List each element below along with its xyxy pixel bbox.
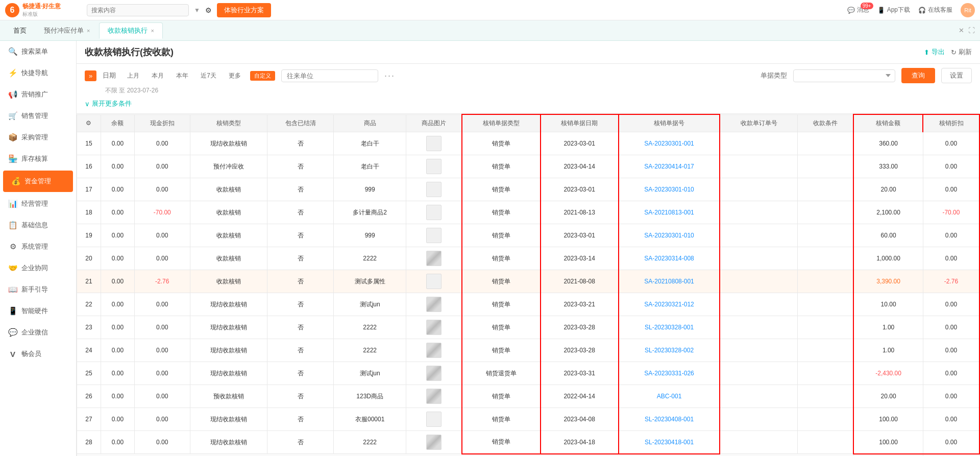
table-row: 280.000.00现结收款核销否2222销货单2023-04-18SL-202… — [77, 431, 980, 454]
gear-icon[interactable]: ⚙ — [205, 6, 212, 14]
sidebar-item-system[interactable]: ⚙ 系统管理 — [0, 236, 76, 257]
sidebar-label-sales: 销售管理 — [21, 111, 48, 121]
tab-prepay[interactable]: 预付冲应付单 × — [36, 23, 98, 38]
unit-dots: ··· — [384, 70, 395, 81]
table-row: 170.000.00收款核销否999销货单2023-03-01SA-202303… — [77, 178, 980, 201]
sidebar-label-guide: 新手引导 — [21, 285, 48, 294]
table-row: 190.000.00收款核销否999销货单2023-03-01SA-202303… — [77, 224, 980, 247]
bill-no-link[interactable]: SA-20210813-001 — [644, 209, 694, 216]
sidebar-item-wechat[interactable]: 💬 企业微信 — [0, 322, 76, 343]
sidebar-label-wechat: 企业微信 — [21, 328, 48, 337]
sidebar-item-member[interactable]: V 畅会员 — [0, 343, 76, 365]
date-cur-month[interactable]: 本月 — [149, 70, 167, 81]
avatar[interactable]: Rit — [961, 3, 975, 17]
th-verify-bill-date: 核销单据日期 — [541, 114, 619, 132]
footer-verify-discount: 952.24 — [923, 454, 979, 457]
table-row: 270.000.00现结收款核销否衣服00001销货单2023-04-08SL-… — [77, 408, 980, 431]
service-icon: 🎧 — [918, 7, 926, 14]
goods-img-cell — [406, 385, 462, 408]
date-7days[interactable]: 近7天 — [198, 70, 219, 81]
finance-icon: 💰 — [11, 177, 20, 186]
sidebar-item-collab[interactable]: 🤝 企业协同 — [0, 257, 76, 279]
app-icon: 📱 — [877, 7, 885, 14]
export-button[interactable]: ⬆ 导出 — [924, 47, 945, 57]
th-receipt-order-no: 收款单订单号 — [720, 114, 797, 132]
bill-no-link[interactable]: SA-20230314-008 — [644, 255, 694, 262]
filter-row-date-range: 不限 至 2023-07-26 — [85, 86, 972, 95]
sidebar-item-basic[interactable]: 📋 基础信息 — [0, 214, 76, 236]
bill-no-link[interactable]: SA-20230321-012 — [644, 301, 694, 308]
guide-icon: 📖 — [8, 285, 17, 294]
unit-input[interactable] — [281, 69, 378, 82]
th-verify-bill-type: 核销单据类型 — [462, 114, 540, 132]
setting-button[interactable]: 设置 — [941, 68, 972, 83]
sidebar-item-marketing[interactable]: 📢 营销推广 — [0, 84, 76, 105]
sidebar-item-inventory[interactable]: 🏪 库存核算 — [0, 148, 76, 170]
goods-img-cell — [406, 132, 462, 155]
bill-no-link[interactable]: SA-20230301-010 — [644, 186, 694, 193]
close-icon-2[interactable]: × — [151, 28, 154, 34]
date-more[interactable]: 更多 — [226, 70, 244, 81]
bill-no-link[interactable]: SL-20230328-002 — [645, 347, 694, 354]
sidebar-item-sales[interactable]: 🛒 销售管理 — [0, 105, 76, 127]
th-verify-bill-no: 核销单据号 — [619, 114, 720, 132]
sidebar-label-finance: 资金管理 — [24, 177, 51, 186]
sidebar-item-operations[interactable]: 📊 经营管理 — [0, 193, 76, 214]
date-custom-btn[interactable]: 自定义 — [250, 71, 275, 81]
table-row: 180.00-70.00收款核销否多计量商品2销货单2021-08-13SA-2… — [77, 201, 980, 224]
sidebar-label-hardware: 智能硬件 — [21, 306, 48, 316]
goods-img-cell — [406, 408, 462, 431]
bill-no-link[interactable]: SA-20230414-017 — [644, 163, 694, 170]
table-row: 200.000.00收款核销否2222销货单2023-03-14SA-20230… — [77, 247, 980, 270]
sidebar-item-guide[interactable]: 📖 新手引导 — [0, 279, 76, 300]
user-label: Rit — [964, 7, 971, 13]
search-input[interactable] — [87, 4, 189, 16]
sidebar-item-quick[interactable]: ⚡ 快捷导航 — [0, 62, 76, 84]
main-layout: 🔍 搜索菜单 ⚡ 快捷导航 📢 营销推广 🛒 销售管理 📦 采购管理 🏪 库存核… — [0, 41, 980, 456]
table-footer-row: 40,556,66... 952.24 — [77, 454, 980, 457]
date-prev-month[interactable]: 上月 — [124, 70, 142, 81]
window-maximize-icon[interactable]: ⛶ — [968, 27, 975, 34]
industry-button[interactable]: 体验行业方案 — [217, 3, 271, 17]
th-gear[interactable]: ⚙ — [77, 114, 101, 132]
goods-img-cell — [406, 316, 462, 339]
bill-no-link[interactable]: SA-20230331-026 — [644, 370, 694, 377]
expand-arrow-btn[interactable]: » — [85, 70, 96, 81]
expand-more-btn[interactable]: ∨ 展开更多条件 — [85, 99, 972, 108]
tab-verify[interactable]: 收款核销执行 × — [99, 22, 162, 39]
table-row: 230.000.00现结收款核销否2222销货单2023-03-28SL-202… — [77, 316, 980, 339]
bill-no-link[interactable]: SA-20210808-001 — [644, 278, 694, 285]
sidebar-item-hardware[interactable]: 📱 智能硬件 — [0, 300, 76, 322]
goods-img-cell — [406, 362, 462, 385]
bill-no-link[interactable]: SA-20230301-010 — [644, 232, 694, 239]
message-icon-item[interactable]: 💬 消息 99+ — [847, 6, 869, 14]
goods-img-cell — [406, 178, 462, 201]
bill-no-link[interactable]: ABC-001 — [657, 393, 682, 400]
chevron-down-icon: ∨ — [85, 100, 90, 108]
app-subtitle: 标准版 — [22, 11, 61, 18]
date-cur-year[interactable]: 本年 — [173, 70, 191, 81]
home-label: 首页 — [13, 26, 27, 35]
goods-img-cell — [406, 247, 462, 270]
sidebar-item-finance[interactable]: 💰 资金管理 — [3, 171, 73, 192]
sidebar-item-search[interactable]: 🔍 搜索菜单 — [0, 41, 76, 62]
table-row: 250.000.00现结收款核销否测试jun销货退货单2023-03-31SA-… — [77, 362, 980, 385]
search-bar[interactable] — [87, 4, 189, 16]
window-close-icon[interactable]: ✕ — [959, 27, 964, 34]
tab-home[interactable]: 首页 — [5, 23, 35, 38]
online-service-item[interactable]: 🎧 在线客服 — [918, 6, 952, 14]
app-download-item[interactable]: 📱 App下载 — [877, 6, 910, 14]
close-icon[interactable]: × — [87, 28, 90, 34]
bill-no-link[interactable]: SL-20230408-001 — [645, 416, 694, 423]
query-button[interactable]: 查询 — [901, 68, 935, 83]
bill-no-link[interactable]: SA-20230301-001 — [644, 140, 694, 147]
sidebar-item-purchase[interactable]: 📦 采购管理 — [0, 127, 76, 148]
tab1-label: 预付冲应付单 — [44, 26, 84, 35]
type-select[interactable] — [793, 69, 895, 82]
refresh-button[interactable]: ↻ 刷新 — [951, 47, 972, 57]
bill-no-link[interactable]: SL-20230328-001 — [645, 324, 694, 331]
member-icon: V — [8, 349, 17, 358]
logo-area: 6 畅捷通·好生意 标准版 — [5, 2, 82, 18]
bill-no-link[interactable]: SL-20230418-001 — [645, 439, 694, 446]
table-wrap: ⚙ 余额 现金折扣 核销类型 包含已结清 商品 商品图片 核销单据类型 核销单据… — [77, 114, 980, 456]
